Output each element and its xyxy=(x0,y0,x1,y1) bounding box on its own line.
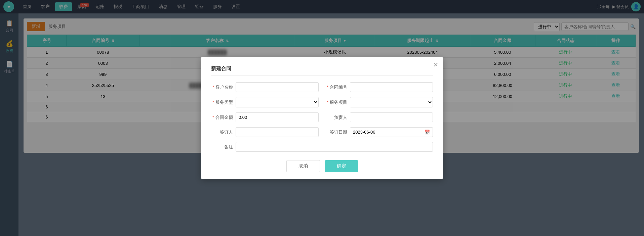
modal-close-button[interactable]: ✕ xyxy=(433,61,438,68)
confirm-button[interactable]: 确定 xyxy=(325,160,358,172)
modal-title: 新建合同 xyxy=(211,65,433,76)
form-grid: 客户名称 合同编号 服务类型 服务项目 xyxy=(211,82,433,152)
responsible-person-field: 负责人 xyxy=(325,112,433,122)
modal-overlay: 新建合同 ✕ 客户名称 合同编号 服务类型 服务项目 xyxy=(0,0,644,236)
contract-amount-field: 合同金额 xyxy=(211,112,319,122)
sign-date-field: 签订日期 📅 xyxy=(325,127,433,137)
remark-label: 备注 xyxy=(211,144,233,150)
responsible-person-label: 负责人 xyxy=(325,114,347,121)
customer-name-label: 客户名称 xyxy=(211,84,233,90)
cancel-button[interactable]: 取消 xyxy=(286,160,320,172)
remark-input[interactable] xyxy=(236,142,433,152)
signatory-label: 签订人 xyxy=(211,129,233,135)
service-item-field: 服务项目 xyxy=(325,97,433,107)
service-item-select[interactable] xyxy=(350,97,433,107)
service-type-select[interactable] xyxy=(236,97,319,107)
responsible-person-input[interactable] xyxy=(350,112,433,122)
contract-no-input[interactable] xyxy=(350,82,433,92)
contract-amount-label: 合同金额 xyxy=(211,114,233,121)
contract-no-label: 合同编号 xyxy=(325,84,347,90)
modal-buttons: 取消 确定 xyxy=(211,160,433,172)
sign-date-label: 签订日期 xyxy=(325,129,347,135)
sign-date-input-wrapper: 📅 xyxy=(350,127,433,137)
new-contract-modal: 新建合同 ✕ 客户名称 合同编号 服务类型 服务项目 xyxy=(201,57,443,179)
customer-name-field: 客户名称 xyxy=(211,82,319,92)
service-item-label: 服务项目 xyxy=(325,99,347,105)
service-type-label: 服务类型 xyxy=(211,99,233,105)
signatory-field: 签订人 xyxy=(211,127,319,137)
service-type-field: 服务类型 xyxy=(211,97,319,107)
customer-name-input[interactable] xyxy=(236,82,319,92)
contract-amount-input[interactable] xyxy=(236,112,319,122)
signatory-input[interactable] xyxy=(236,127,319,137)
calendar-icon[interactable]: 📅 xyxy=(422,128,433,136)
remark-field: 备注 xyxy=(211,142,433,152)
contract-no-field: 合同编号 xyxy=(325,82,433,92)
sign-date-input[interactable] xyxy=(350,128,422,137)
